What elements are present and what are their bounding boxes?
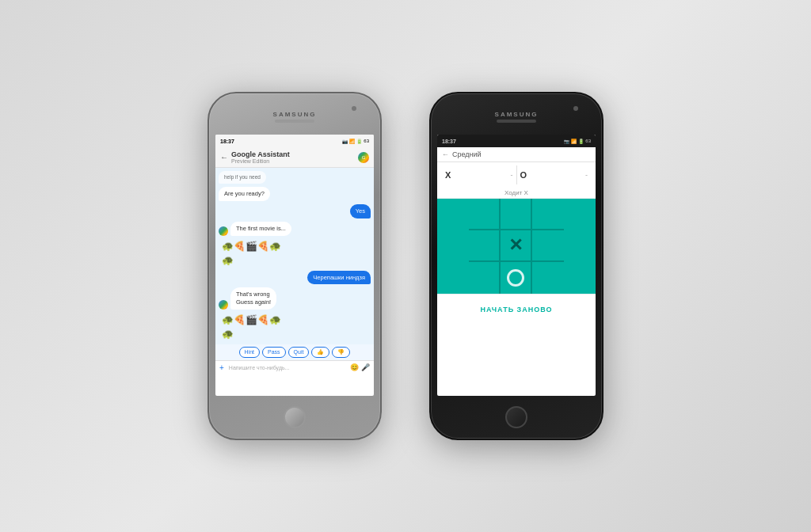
- left-status-icons: 📷 📶 🔋 63: [342, 139, 369, 144]
- msg-1: help if you need: [219, 171, 266, 184]
- left-screen: 18:37 📷 📶 🔋 63 ← Google Assistant Previe…: [215, 135, 374, 396]
- msg-5: Черепашки ниндзя: [307, 271, 371, 285]
- thumbs-up-button[interactable]: 👍: [311, 347, 329, 358]
- ttt-header: ← Средний: [437, 147, 596, 162]
- left-phone-bottom: [209, 396, 380, 439]
- ttt-cell-2[interactable]: [532, 199, 564, 230]
- right-time: 18:37: [442, 139, 456, 144]
- assistant-info: Google Assistant Preview Edition: [231, 150, 355, 164]
- hint-button[interactable]: Hint: [239, 347, 260, 358]
- right-camera: [573, 106, 578, 111]
- ttt-back-arrow[interactable]: ←: [442, 150, 449, 158]
- pass-button[interactable]: Pass: [262, 347, 286, 358]
- chat-input-bar: + Напишите что-нибудь... 😊 🎤: [215, 360, 374, 374]
- left-status-icon-wifi: 📶: [349, 139, 355, 144]
- ttt-score-o: O -: [517, 169, 592, 181]
- right-screen: 18:37 📷 📶 🔋 63 ← Средний X - O -: [437, 135, 596, 396]
- right-status-icons: 📷 📶 🔋 63: [564, 139, 591, 144]
- ttt-cell-0[interactable]: [469, 199, 501, 230]
- emoji-icon[interactable]: 😊: [350, 363, 359, 371]
- ttt-restart-button[interactable]: НАЧАТЬ ЗАНОВО: [480, 306, 552, 314]
- ttt-x-label: X: [445, 170, 451, 180]
- mic-icon[interactable]: 🎤: [361, 363, 370, 371]
- chat-area: help if you need Are you ready? Yes The …: [215, 168, 374, 344]
- msg-row-6: That's wrongGuess again!: [219, 287, 371, 310]
- msg-row-4: The first movie is...: [219, 222, 371, 236]
- right-brand: SAMSUNG: [495, 111, 539, 118]
- right-phone: SAMSUNG 18:37 📷 📶 🔋 63 ← Средний X -: [429, 92, 603, 440]
- right-status-icon-wifi: 📶: [571, 139, 577, 144]
- ttt-restart-area: НАЧАТЬ ЗАНОВО: [437, 294, 596, 321]
- emoji-row-2: 🐢: [219, 253, 371, 268]
- ttt-scores: X - O -: [437, 162, 596, 188]
- quit-button[interactable]: Quit: [288, 347, 310, 358]
- right-status-battery-val: 63: [585, 139, 591, 143]
- chat-input[interactable]: Напишите что-нибудь...: [227, 363, 347, 372]
- left-speaker: [275, 120, 314, 123]
- right-status-bar: 18:37 📷 📶 🔋 63: [437, 135, 596, 147]
- assistant-logo: G: [358, 152, 369, 163]
- right-home-button[interactable]: [505, 406, 527, 428]
- right-status-icon-img: 📷: [564, 139, 569, 144]
- chat-input-icons: 😊 🎤: [350, 363, 370, 371]
- msg-6: That's wrongGuess again!: [230, 287, 276, 310]
- thumbs-down-button[interactable]: 👎: [332, 347, 350, 358]
- ttt-x-score: -: [511, 171, 513, 179]
- ttt-o-label: O: [520, 170, 527, 180]
- left-phone: SAMSUNG 18:37 📷 📶 🔋 63 ← Google Assistan…: [208, 92, 382, 440]
- ttt-turn-indicator: Ходит X: [437, 188, 596, 199]
- ttt-cell-4[interactable]: ✕: [501, 230, 532, 262]
- left-status-battery-val: 63: [364, 139, 369, 143]
- assistant-name: Google Assistant: [231, 150, 355, 158]
- ttt-x-mark: ✕: [508, 235, 523, 256]
- emoji-row-1: 🐢🍕🎬🍕🐢: [219, 239, 371, 253]
- ttt-cell-7[interactable]: [501, 262, 532, 294]
- left-status-icon-battery: 🔋: [356, 139, 362, 144]
- left-camera: [352, 106, 356, 111]
- emoji-row-4: 🐢: [219, 327, 371, 341]
- assistant-subtitle: Preview Edition: [231, 158, 355, 164]
- assistant-back-arrow[interactable]: ←: [220, 153, 228, 162]
- ttt-grid: ✕: [469, 199, 564, 294]
- chat-buttons-bar: Hint Pass Quit 👍 👎: [215, 344, 374, 360]
- msg-3: Yes: [350, 204, 371, 218]
- ttt-cell-1[interactable]: [501, 199, 532, 230]
- right-status-icon-battery: 🔋: [578, 139, 584, 144]
- msg-4: The first movie is...: [230, 222, 291, 236]
- ttt-cell-3[interactable]: [469, 230, 501, 262]
- right-phone-bottom: [431, 396, 602, 439]
- left-brand: SAMSUNG: [273, 111, 317, 118]
- msg-2: Are you ready?: [219, 187, 270, 201]
- left-time: 18:37: [220, 139, 234, 144]
- assistant-avatar-2: [219, 300, 228, 310]
- ttt-cell-8[interactable]: [532, 262, 564, 294]
- ttt-title: Средний: [452, 150, 482, 158]
- left-phone-top: SAMSUNG: [209, 93, 380, 135]
- emoji-row-3: 🐢🍕🎬🍕🐢: [219, 313, 371, 327]
- left-home-button[interactable]: [284, 406, 306, 428]
- assistant-header: ← Google Assistant Preview Edition G: [215, 147, 374, 168]
- left-status-icon-img: 📷: [342, 139, 348, 144]
- ttt-o-score: -: [585, 171, 588, 179]
- left-status-bar: 18:37 📷 📶 🔋 63: [215, 135, 374, 147]
- ttt-cell-5[interactable]: [532, 230, 564, 262]
- ttt-cell-6[interactable]: [469, 262, 501, 294]
- ttt-board-area: ✕: [437, 199, 596, 294]
- assistant-avatar-1: [219, 226, 228, 236]
- add-icon[interactable]: +: [219, 363, 224, 372]
- right-phone-top: SAMSUNG: [431, 93, 602, 135]
- ttt-o-mark: [507, 269, 524, 287]
- ttt-score-x: X -: [442, 169, 516, 181]
- right-speaker: [497, 120, 536, 123]
